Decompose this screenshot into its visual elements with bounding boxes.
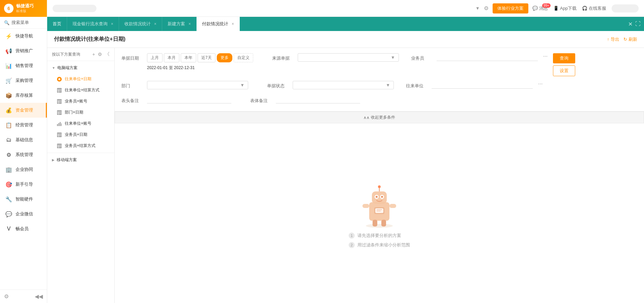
date-option-custom[interactable]: 自定义 [234,53,253,62]
mobile-section-header[interactable]: ▶ 移动端方案 [47,154,114,165]
topbar-dropdown-icon[interactable]: ▼ [475,6,480,11]
plan-item-salesman-method[interactable]: 业务员+结算方式 [47,140,114,151]
desktop-section-header[interactable]: ▼ 电脑端方案 [47,62,114,73]
svg-rect-36 [381,220,386,226]
dept-select[interactable]: ▼ [147,81,248,89]
query-btn[interactable]: 查询 [553,53,575,63]
search-menu-label: 搜索菜单 [11,20,29,26]
tab-maximize-icon[interactable]: ⛶ [635,21,641,27]
app-icon: 📱 [553,6,559,11]
date-filter-label: 单据日期 [121,53,142,63]
counterpart-more-icon[interactable]: ··· [538,81,543,87]
marketing-icon: 📢 [5,48,12,54]
add-plan-btn[interactable]: + [92,52,95,57]
tab-bank-close-icon[interactable]: × [111,22,113,26]
sidebar-item-system[interactable]: ⚙ 系统管理 [0,147,47,162]
sidebar-item-hardware[interactable]: 🔧 智能硬件 [0,192,47,207]
source-select-arrow-icon: ▼ [391,55,395,60]
tab-payment-stats[interactable]: 付款情况统计 × [197,17,240,31]
app-download-btn[interactable]: 📱 App下载 [553,5,577,11]
inventory-icon: 📦 [5,92,12,99]
robot-svg [356,182,403,229]
plan-active-icon [57,77,62,82]
export-btn[interactable]: ↑ 导出 [607,36,620,42]
sidebar-footer: ⚙ ◀◀ [0,290,47,303]
tab-collection-close-icon[interactable]: × [154,22,156,26]
tab-payment-stats-close-icon[interactable]: × [232,22,234,26]
date-option-this-year[interactable]: 本年 [181,53,196,62]
sidebar-item-basic[interactable]: 🗂 基础信息 [0,132,47,147]
sidebar-header: 6 畅捷通巧 标准版 [0,0,47,17]
sidebar-item-guide[interactable]: 🎯 新手引导 [0,177,47,192]
source-select[interactable]: ▼ [298,53,399,62]
refresh-btn[interactable]: ↻ 刷新 [623,36,637,42]
tab-new-plan-close-icon[interactable]: × [188,22,191,26]
plan-item-counterpart-method[interactable]: 往来单位+结算方式 [47,85,114,96]
date-option-last-month[interactable]: 上月 [147,53,163,62]
plan-item-salesman-date[interactable]: 业务员+日期 [47,129,114,140]
plan-item-dept-date[interactable]: 部门+日期 [47,107,114,118]
sidebar-item-operation[interactable]: 📋 经营管理 [0,118,47,132]
left-panel-title: 按以下方案查询 [52,52,80,57]
collapse-more-conditions-btn[interactable]: ∧∧ 收起更多条件 [115,112,644,123]
main-area: ▼ ⚙ 体验行业方案 💬 消息 99+ 📱 App下载 🎧 在线客服 首页 [47,0,644,303]
date-option-7days[interactable]: 近7天 [198,53,215,62]
panel-collapse-btn[interactable]: 《 [105,51,110,57]
sidebar-item-quick-nav[interactable]: ⚡ 快捷导航 [0,29,47,43]
tab-close-all-icon[interactable]: ✕ [628,21,633,27]
plan-table-icon-2 [57,99,62,104]
sidebar-subtitle: 标准版 [16,9,26,13]
plan-settings-btn[interactable]: ⚙ [98,52,102,57]
message-btn[interactable]: 💬 消息 99+ [532,5,548,11]
sidebar-item-label: 快捷导航 [16,33,33,39]
tab-new-plan[interactable]: 新建方案 × [162,17,197,31]
sidebar-brand: 畅捷通巧 标准版 [16,3,34,13]
sidebar-item-marketing[interactable]: 📢 营销推广 [0,43,47,58]
date-option-more[interactable]: 更多 [217,53,232,62]
salesman-input[interactable] [437,53,538,61]
plan-item-salesman-account[interactable]: 业务员+账号 [47,96,114,107]
sidebar-item-inventory[interactable]: 📦 库存核算 [0,88,47,103]
trial-btn[interactable]: 体验行业方案 [493,3,528,13]
user-avatar[interactable] [612,4,639,12]
dept-select-arrow-icon: ▼ [240,83,244,88]
main-body: 按以下方案查询 + ⚙ 《 ▼ 电脑端方案 往来单位+日期 [47,48,644,303]
date-option-this-month[interactable]: 本月 [164,53,179,62]
sidebar-item-wechat[interactable]: 💬 企业微信 [0,207,47,221]
search-icon: 🔍 [4,20,9,25]
hint-num-1: 1 [349,233,355,239]
sidebar-item-member[interactable]: V 畅会员 [0,221,47,236]
sidebar-item-purchase[interactable]: 🛒 采购管理 [0,73,47,88]
tab-bank[interactable]: 现金银行流水查询 × [67,17,119,31]
salesman-more-icon[interactable]: ··· [543,53,548,59]
service-btn[interactable]: 🎧 在线客服 [582,5,606,11]
sidebar-item-label: 企业微信 [16,211,33,217]
topbar-settings-icon[interactable]: ⚙ [484,5,489,11]
sidebar-item-label: 采购管理 [16,78,33,84]
body-note-input[interactable] [276,96,360,103]
sidebar-item-enterprise[interactable]: 🏢 企业协同 [0,162,47,177]
purchase-icon: 🛒 [5,77,12,84]
tab-home[interactable]: 首页 [47,17,67,31]
plan-item-label: 业务员+日期 [65,132,87,138]
empty-state: 1 请先选择要分析的方案 2 用过滤条件来缩小分析范围 [115,123,644,303]
sidebar-item-fund[interactable]: 💰 资金管理 [0,103,47,118]
page-title: 付款情况统计(往来单位+日期) [54,36,125,43]
svg-rect-13 [58,123,59,126]
tab-collection[interactable]: 收款情况统计 × [119,17,162,31]
svg-rect-35 [373,220,377,226]
filter-settings-btn[interactable]: 设置 [553,65,575,76]
status-select[interactable]: ▼ [293,81,394,89]
plan-item-label: 业务员+结算方式 [65,143,95,149]
filter-area: 单据日期 上月 本月 本年 近7天 更多 自定义 2022-01-01 至 20… [115,48,644,112]
footer-collapse-icon[interactable]: ◀◀ [35,293,43,300]
footer-settings-icon[interactable]: ⚙ [4,293,9,300]
member-icon: V [5,225,12,232]
empty-hints: 1 请先选择要分析的方案 2 用过滤条件来缩小分析范围 [349,233,410,248]
header-note-input[interactable] [147,96,231,103]
plan-item-counterpart-account[interactable]: 往来单位+账号 [47,118,114,129]
sidebar-item-sales[interactable]: 📊 销售管理 [0,58,47,73]
plan-item-counterpart-date[interactable]: 往来单位+日期 [47,73,114,85]
counterpart-input[interactable] [432,81,533,89]
search-menu-item[interactable]: 🔍 搜索菜单 [0,17,47,29]
